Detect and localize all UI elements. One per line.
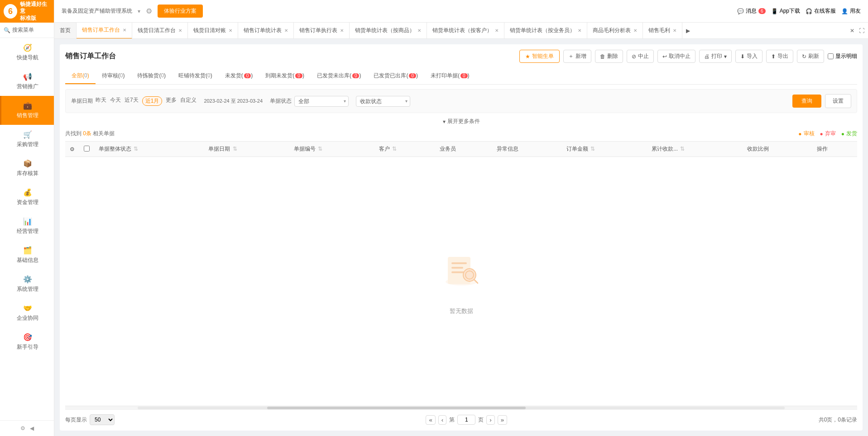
filter-tab-wangpu-pending[interactable]: 旺铺待发货(0) <box>172 68 219 84</box>
sort-amount-icon[interactable]: ⇅ <box>590 146 595 152</box>
date-opt-today[interactable]: 今天 <box>110 96 121 106</box>
tab-close-sales-rev[interactable]: ✕ <box>673 28 676 33</box>
date-opt-more[interactable]: 更多 <box>166 96 177 106</box>
user-action[interactable]: 👤 用友 <box>841 7 861 15</box>
tab-close-sale-stat-customer[interactable]: ✕ <box>495 28 499 33</box>
approve-action[interactable]: ● 审核 <box>798 130 814 137</box>
scrollbar-thumb[interactable] <box>267 407 526 409</box>
next-page-button[interactable]: › <box>486 415 494 425</box>
sidebar-item-finance[interactable]: 💰 资金管理 <box>0 183 54 212</box>
dropdown-icon[interactable]: ▾ <box>138 8 140 14</box>
tab-home[interactable]: 首页 <box>54 23 77 39</box>
message-action[interactable]: 💬 消息 6 <box>737 7 766 15</box>
refresh-button[interactable]: ↻ 刷新 <box>797 50 824 63</box>
horizontal-scrollbar[interactable] <box>65 406 857 409</box>
expand-filter-button[interactable]: ▾ 展开更多条件 <box>443 118 480 125</box>
tab-close-sales-exec[interactable]: ✕ <box>340 28 344 33</box>
page-size-select[interactable]: 10 20 50 100 <box>90 414 115 425</box>
tab-close-goods-margin[interactable]: ✕ <box>633 28 637 33</box>
sidebar-item-sales[interactable]: 💼 销售管理 <box>0 96 54 125</box>
date-opt-last7[interactable]: 近7天 <box>125 96 139 106</box>
sidebar-item-marketing[interactable]: 📢 营销推广 <box>0 67 54 96</box>
filter-tab-not-shipped[interactable]: 未发货(0) <box>219 68 259 84</box>
tabs-more-button[interactable]: ▶ <box>682 28 694 34</box>
show-detail-checkbox[interactable] <box>828 53 834 59</box>
prev-page-button[interactable]: ‹ <box>438 415 446 425</box>
search-menu[interactable]: 🔍 搜索菜单 <box>0 23 54 38</box>
settings-btn[interactable]: ⚙ <box>146 7 152 15</box>
tab-cash-reconcile[interactable]: 钱货日清对账 ✕ <box>188 23 238 39</box>
tab-close-cash-daily[interactable]: ✕ <box>178 28 182 33</box>
delete-button[interactable]: 🗑 删除 <box>595 50 623 63</box>
sidebar-item-purchase[interactable]: 🛒 采购管理 <box>0 125 54 154</box>
table-col-ratio: 收款比例 <box>743 142 812 157</box>
reject-action[interactable]: ● 弃审 <box>820 130 836 137</box>
search-icon: 🔍 <box>4 27 10 33</box>
tab-close-sale-stat-staff[interactable]: ✕ <box>578 28 581 33</box>
stop-button[interactable]: ⊘ 中止 <box>627 50 654 63</box>
sort-date-icon[interactable]: ⇅ <box>233 146 237 152</box>
settings-query-button[interactable]: 设置 <box>825 94 851 108</box>
filter-tab-not-printed[interactable]: 未打印单据(0) <box>424 68 476 84</box>
sidebar-item-basic-info[interactable]: 🗂️ 基础信息 <box>0 241 54 270</box>
last-page-button[interactable]: » <box>498 415 507 425</box>
sidebar-bottom: ⚙ ◀ <box>0 420 54 436</box>
table-col-checkbox[interactable] <box>79 142 94 157</box>
tab-sales-rev[interactable]: 销售毛利 ✕ <box>643 23 682 39</box>
sidebar-item-enterprise[interactable]: 🤝 企业协同 <box>0 299 54 327</box>
tab-close-sales-stat1[interactable]: ✕ <box>284 28 288 33</box>
tab-close-cash-reconcile[interactable]: ✕ <box>229 28 232 33</box>
first-page-button[interactable]: « <box>426 415 435 425</box>
sidebar-item-quick-nav[interactable]: 🧭 快捷导航 <box>0 38 54 67</box>
filter-tab-shipped-out[interactable]: 已发货已出库(0) <box>367 68 424 84</box>
sidebar-item-system[interactable]: ⚙️ 系统管理 <box>0 270 54 299</box>
tab-sales-exec[interactable]: 销售订单执行表 ✕ <box>294 23 350 39</box>
sort-customer-icon[interactable]: ⇅ <box>392 146 397 152</box>
tab-sales-stat1[interactable]: 销售订单统计表 ✕ <box>238 23 294 39</box>
sort-number-icon[interactable]: ⇅ <box>318 146 322 152</box>
filter-tab-pending-inspect[interactable]: 待拣验货(0) <box>131 68 172 84</box>
filter-tab-overdue-not-shipped[interactable]: 到期未发货(0) <box>259 68 311 84</box>
export-button[interactable]: ⬆ 导出 <box>766 50 793 63</box>
add-button[interactable]: ＋ 新增 <box>563 50 591 63</box>
date-opt-yesterday[interactable]: 昨天 <box>96 96 106 106</box>
cancel-stop-button[interactable]: ↩ 取消中止 <box>657 50 695 63</box>
query-button[interactable]: 查询 <box>792 95 821 108</box>
tab-sale-stat-customer[interactable]: 销货单统计表（按客户） ✕ <box>427 23 504 39</box>
sidebar-item-newbie[interactable]: 🎯 新手引导 <box>0 327 54 356</box>
date-opt-custom[interactable]: 自定义 <box>180 96 197 106</box>
filter-tab-pending-review[interactable]: 待审核(0) <box>96 68 131 84</box>
industry-solution-button[interactable]: 体验行业方案 <box>158 5 203 18</box>
select-all-checkbox[interactable] <box>84 146 90 152</box>
payment-status-select[interactable]: 收款状态 <box>356 96 410 107</box>
tab-goods-margin[interactable]: 商品毛利分析表 ✕ <box>587 23 643 39</box>
collapse-icon[interactable]: ◀ <box>30 425 34 431</box>
tab-close-sale-stat-product[interactable]: ✕ <box>417 28 421 33</box>
date-opt-last1m[interactable]: 近1月 <box>142 96 163 106</box>
print-button[interactable]: 🖨 打印 ▾ <box>699 50 732 63</box>
page-number-input[interactable] <box>457 415 475 425</box>
show-detail-toggle[interactable]: 显示明细 <box>828 52 857 60</box>
tab-sales-order-workbench[interactable]: 销售订单工作台 ✕ <box>77 23 132 39</box>
filter-tab-all[interactable]: 全部(0) <box>65 68 96 84</box>
filter-tab-shipped-not-out[interactable]: 已发货未出库(0) <box>311 68 368 84</box>
sort-collected-icon[interactable]: ⇅ <box>680 146 685 152</box>
settings-icon[interactable]: ⚙ <box>20 425 25 431</box>
table-col-settings[interactable]: ⚙ <box>65 142 79 157</box>
status-select[interactable]: 全部 <box>294 96 349 107</box>
tabs-actions: ✕ ⛶ <box>846 27 868 35</box>
online-service-action[interactable]: 🎧 在线客服 <box>806 7 836 15</box>
smart-order-button[interactable]: ★ 智能生单 <box>519 50 560 63</box>
tab-action-close-all[interactable]: ✕ <box>848 27 856 35</box>
tab-cash-daily[interactable]: 钱货日清工作台 ✕ <box>132 23 188 39</box>
ship-action[interactable]: ● 发货 <box>841 130 857 137</box>
app-download-action[interactable]: 📱 App下载 <box>771 7 800 15</box>
tab-sale-stat-staff[interactable]: 销货单统计表（按业务员） ✕ <box>504 23 587 39</box>
sidebar-item-inventory[interactable]: 📦 库存核算 <box>0 154 54 183</box>
sort-status-icon[interactable]: ⇅ <box>134 146 138 152</box>
sidebar-item-operation[interactable]: 📊 经营管理 <box>0 212 54 241</box>
import-button[interactable]: ⬇ 导入 <box>735 50 762 63</box>
tab-close-sales[interactable]: ✕ <box>123 28 126 33</box>
tab-action-fullscreen[interactable]: ⛶ <box>857 27 866 35</box>
tab-sale-stat-product[interactable]: 销货单统计表（按商品） ✕ <box>350 23 427 39</box>
